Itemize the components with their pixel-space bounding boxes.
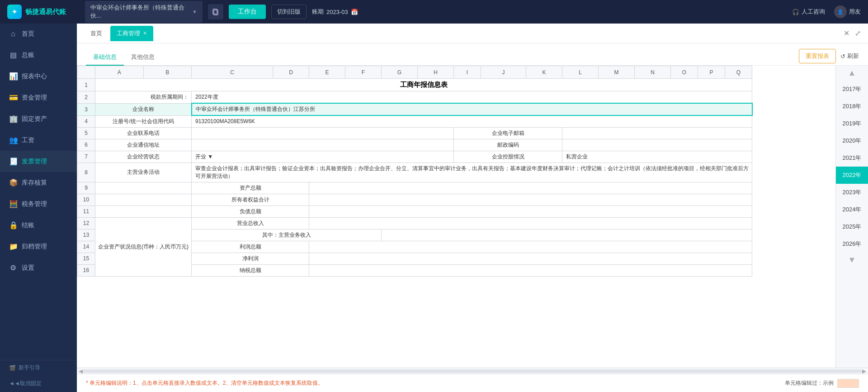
sidebar-scroll: ⌂ 首页 ▤ 总账 📊 报表中心 💳 资金管理 🏢 固定资产 👥 工资 xyxy=(0,24,77,360)
corner-cell xyxy=(77,66,95,79)
sidebar-item-archive[interactable]: 📁 归档管理 xyxy=(0,236,77,257)
sidebar-item-home[interactable]: ⌂ 首页 xyxy=(0,24,77,44)
sidebar-item-assets[interactable]: 🏢 固定资产 xyxy=(0,108,77,129)
netprofit-label-cell: 净利润 xyxy=(192,253,309,264)
sidebar-item-closing[interactable]: 🔒 结账 xyxy=(0,215,77,236)
year-item-2020[interactable]: 2020年 xyxy=(836,132,868,149)
netprofit-value-cell[interactable] xyxy=(309,253,752,264)
col-header-l[interactable]: L xyxy=(562,66,599,79)
year-item-2019[interactable]: 2019年 xyxy=(836,115,868,132)
row-num: 9 xyxy=(77,182,95,194)
year-item-2023[interactable]: 2023年 xyxy=(836,184,868,201)
sidebar-item-ledger[interactable]: ▤ 总账 xyxy=(0,44,77,66)
assets-value-cell[interactable] xyxy=(309,182,752,194)
col-header-o[interactable]: O xyxy=(671,66,698,79)
col-header-p[interactable]: P xyxy=(698,66,725,79)
spreadsheet-container: A B C D E F G H I J K L xyxy=(77,66,868,368)
scroll-right-icon[interactable]: ▶ xyxy=(862,368,866,374)
email-value-cell[interactable] xyxy=(562,127,752,139)
year-item-2026[interactable]: 2026年 xyxy=(836,235,868,253)
spreadsheet[interactable]: A B C D E F G H I J K L xyxy=(77,66,835,368)
assets-icon: 🏢 xyxy=(9,115,17,123)
user-button[interactable]: 👤 用友 xyxy=(834,5,861,18)
old-version-button[interactable]: 切到旧版 xyxy=(271,5,307,19)
col-header-b[interactable]: B xyxy=(143,66,192,79)
phone-value-cell[interactable] xyxy=(192,127,454,139)
sidebar-item-inventory[interactable]: 📦 库存核算 xyxy=(0,172,77,193)
workbench-button[interactable]: 工作台 xyxy=(229,5,266,19)
copy-button[interactable] xyxy=(208,4,223,19)
col-header-e[interactable]: E xyxy=(309,66,345,79)
row-num: 5 xyxy=(77,127,95,139)
year-scroll-down-icon[interactable]: ▼ xyxy=(845,253,859,268)
reg-value-cell[interactable]: 91320100MA208E5W6K xyxy=(192,115,752,127)
scroll-left-icon[interactable]: ◀ xyxy=(79,368,83,374)
row-num: 8 xyxy=(77,163,95,182)
col-header-f[interactable]: F xyxy=(345,66,382,79)
col-header-j[interactable]: J xyxy=(481,66,526,79)
archive-icon: 📁 xyxy=(9,242,17,251)
col-header-i[interactable]: I xyxy=(454,66,481,79)
horizontal-scrollbar[interactable]: ◀ ▶ xyxy=(77,368,868,374)
tab-close-icon[interactable]: ✕ xyxy=(143,30,147,36)
maximize-window-icon[interactable]: ⤢ xyxy=(855,29,861,38)
col-header-c[interactable]: C xyxy=(192,66,273,79)
rev-label-cell: 营业总收入 xyxy=(192,217,309,229)
tab-commerce[interactable]: 工商管理 ✕ xyxy=(110,26,153,41)
year-item-2021[interactable]: 2021年 xyxy=(836,149,868,167)
unpin-button[interactable]: ◄◄取消固定 xyxy=(0,375,77,392)
sidebar-item-label: 税务管理 xyxy=(22,200,47,208)
equity-value-cell[interactable] xyxy=(309,194,752,206)
col-header-m[interactable]: M xyxy=(599,66,635,79)
sub-tab-basic-label: 基础信息 xyxy=(93,53,117,60)
sidebar-item-invoice[interactable]: 🧾 发票管理 xyxy=(0,151,77,172)
rev-value-cell[interactable] xyxy=(309,217,752,229)
year-item-2025[interactable]: 2025年 xyxy=(836,218,868,235)
tab-home[interactable]: 首页 xyxy=(84,26,108,41)
col-header-h[interactable]: H xyxy=(418,66,454,79)
sub-tab-basic[interactable]: 基础信息 xyxy=(86,49,124,66)
col-header-a[interactable]: A xyxy=(95,66,144,79)
close-window-icon[interactable]: ✕ xyxy=(844,29,849,38)
company-name-cell[interactable]: 中审众环会计师事务所（特殊普通合伙）江苏分所 xyxy=(192,103,752,115)
year-item-2024[interactable]: 2024年 xyxy=(836,201,868,218)
scroll-track[interactable] xyxy=(83,369,862,373)
liab-value-cell[interactable] xyxy=(309,206,752,217)
biz-label-cell: 主营业务活动 xyxy=(95,163,192,182)
address-value-cell[interactable] xyxy=(192,139,454,151)
refresh-button[interactable]: ↺ 刷新 xyxy=(840,52,859,60)
sidebar-item-finance[interactable]: 💳 资金管理 xyxy=(0,87,77,108)
calendar-icon[interactable]: 📅 xyxy=(351,9,358,15)
zipcode-value-cell[interactable] xyxy=(562,139,752,151)
tax-value-cell[interactable] xyxy=(309,264,752,276)
col-header-k[interactable]: K xyxy=(526,66,562,79)
year-scroll-up-icon[interactable]: ▲ xyxy=(845,66,859,81)
sidebar-item-payroll[interactable]: 👥 工资 xyxy=(0,129,77,151)
col-header-n[interactable]: N xyxy=(635,66,671,79)
holding-value-cell[interactable]: 私营企业 xyxy=(562,151,752,163)
col-header-d[interactable]: D xyxy=(273,66,309,79)
company-label-cell: 企业名称 xyxy=(95,103,192,115)
col-header-q[interactable]: Q xyxy=(725,66,752,79)
period-value-cell[interactable]: 2022年度 xyxy=(192,91,752,104)
year-item-2017[interactable]: 2017年 xyxy=(836,81,868,98)
period-label: 账期 xyxy=(312,8,324,16)
sub-tab-other[interactable]: 其他信息 xyxy=(124,49,162,66)
empty-cell-10 xyxy=(95,194,192,206)
mainrev-value-cell[interactable] xyxy=(382,229,752,241)
sidebar-item-report[interactable]: 📊 报表中心 xyxy=(0,66,77,87)
company-selector[interactable]: 中审众环会计师事务所（特殊普通合伙... ▼ xyxy=(85,1,203,23)
biz-value-cell[interactable]: 审查企业会计报表；出具审计报告；验证企业资本；出具验资报告；办理企业合开、分立、… xyxy=(192,163,752,182)
status-value-cell[interactable]: 开业 ▼ xyxy=(192,151,454,163)
reset-button[interactable]: 重置报表 xyxy=(799,49,836,63)
new-user-guide[interactable]: 🎬 新手引导 xyxy=(0,360,77,375)
year-item-2022[interactable]: 2022年 xyxy=(836,167,868,184)
sidebar-item-settings[interactable]: ⚙ 设置 xyxy=(0,257,77,278)
col-header-g[interactable]: G xyxy=(382,66,418,79)
sidebar-item-tax[interactable]: 🧮 税务管理 xyxy=(0,193,77,215)
guide-icon: 🎬 xyxy=(9,365,16,371)
profit-value-cell[interactable] xyxy=(309,241,752,253)
service-button[interactable]: 🎧 人工咨询 xyxy=(792,8,825,16)
tax-label-cell: 纳税总额 xyxy=(192,264,309,276)
year-item-2018[interactable]: 2018年 xyxy=(836,98,868,115)
